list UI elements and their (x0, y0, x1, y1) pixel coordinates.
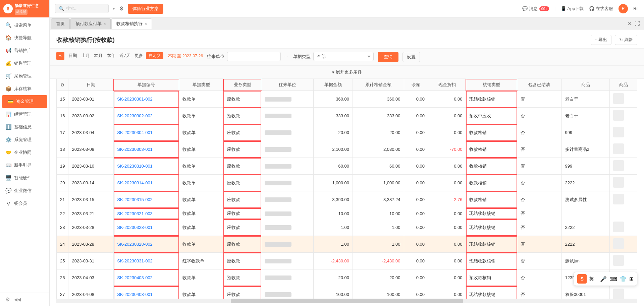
cell-cash-discount: 0.00 (428, 286, 466, 299)
doc-no-link[interactable]: SK-20230314-001 (117, 180, 153, 185)
cell-no: 17 (57, 124, 68, 141)
doc-no-link[interactable]: SK-20230328-001 (117, 225, 153, 230)
float-apps-icon[interactable]: ⊞ (629, 276, 634, 282)
sidebar-item-wechat[interactable]: 💬 企业微信 (0, 184, 49, 197)
cell-include-settled: 否 (517, 175, 562, 191)
table-body: 15 2023-03-01 SK-20230301-002 收款单 应收款 36… (57, 91, 637, 299)
cell-no: 18 (57, 141, 68, 158)
query-button[interactable]: 查询 (378, 52, 398, 62)
cell-amount: 2,100.00 (313, 141, 353, 158)
cell-cumulative: 3,387.24 (353, 191, 404, 208)
cell-partner (261, 269, 314, 286)
online-service-link[interactable]: 🎧 在线客服 (589, 6, 613, 12)
cell-date: 2023-03-15 (68, 191, 114, 208)
doc-no-link[interactable]: SK-20230408-001 (117, 292, 153, 297)
page-header: 收款核销执行(按收款) ↑ 导出 ↻ 刷新 (50, 30, 644, 49)
cell-no: 19 (57, 158, 68, 175)
sidebar-item-system[interactable]: ⚙️ 系统管理 (0, 133, 49, 146)
sogou-icon[interactable]: S (577, 274, 587, 284)
cell-goods2 (610, 124, 637, 141)
cell-doc-no: SK-20230321-003 (114, 208, 179, 219)
filter-toggle-button[interactable]: » (56, 52, 64, 60)
doc-no-link[interactable]: SK-20230301-002 (117, 97, 153, 102)
cell-date: 2023-03-31 (68, 253, 114, 269)
refresh-button[interactable]: ↻ 刷新 (615, 35, 637, 45)
doc-no-link[interactable]: SK-20230308-001 (117, 147, 153, 152)
tab-close-all-button[interactable]: ✕ (628, 20, 632, 27)
app-download-link[interactable]: 📱 App下载 (561, 6, 584, 12)
page-content: 收款核销执行(按收款) ↑ 导出 ↻ 刷新 » 日期 上月 本月 本 (50, 30, 644, 306)
sidebar-item-guide[interactable]: 📖 新手引导 (0, 159, 49, 172)
col-header-amount: 单据金额 (313, 79, 353, 91)
filter-this-year[interactable]: 本年 (105, 52, 117, 59)
tab-home[interactable]: 首页 (51, 18, 70, 29)
cell-include-settled: 否 (517, 208, 562, 219)
sidebar-item-marketing[interactable]: 📢 营销推广 (0, 44, 49, 57)
col-header-settings[interactable]: ⚙ (57, 79, 68, 91)
topbar-dropdown-arrow[interactable]: ▾ (113, 6, 115, 11)
doc-no-link[interactable]: SK-20230331-002 (117, 258, 153, 263)
export-button[interactable]: ↑ 导出 (591, 35, 612, 45)
doc-no-link[interactable]: SK-20230302-002 (117, 113, 153, 118)
tab-receipts[interactable]: 收款核销执行 × (111, 18, 152, 29)
main-table: ⚙ 日期 单据编号 单据类型 业务类型 往来单位 单据金额 累计核销金额 余额 … (56, 79, 637, 299)
cell-date: 2023-04-08 (68, 286, 114, 299)
cell-biz-type: 应收款 (223, 236, 261, 253)
scrollbar-thumb[interactable] (231, 299, 463, 303)
filter-custom-button[interactable]: 自定义 (146, 52, 163, 59)
doc-no-link[interactable]: SK-20230310-001 (117, 164, 153, 169)
sidebar-item-purchase[interactable]: 🛒 采购管理 (0, 70, 49, 82)
cell-goods: 多计量商品2 (561, 141, 610, 158)
cell-goods2 (610, 286, 637, 299)
messages-icon[interactable]: 💬 消息 99+ (522, 6, 549, 12)
filter-expand-button[interactable]: ▾ 展开更多条件 (329, 68, 365, 76)
tab-receipts-close[interactable]: × (145, 22, 147, 26)
sidebar-item-inventory[interactable]: 📦 库存核算 (0, 82, 49, 95)
sidebar-item-shortcut[interactable]: 🏠 快捷导航 (0, 32, 49, 44)
solution-button[interactable]: 体验行业方案 (128, 4, 163, 14)
filter-last-month[interactable]: 上月 (80, 52, 91, 59)
sidebar-item-sales[interactable]: 💰 销售管理 (0, 57, 49, 70)
doc-no-link[interactable]: SK-20230403-002 (117, 275, 153, 280)
doc-no-link[interactable]: SK-20230315-002 (117, 197, 153, 202)
col-header-include-settled: 包含已结清 (517, 79, 562, 91)
filter-this-month[interactable]: 本月 (93, 52, 104, 59)
doc-no-link[interactable]: SK-20230304-001 (117, 130, 153, 135)
tab-prepay-close[interactable]: × (104, 22, 106, 26)
sidebar-item-hardware[interactable]: 🖥️ 智能硬件 (0, 172, 49, 184)
doc-no-link[interactable]: SK-20230321-003 (117, 211, 153, 216)
col-header-cash-discount: 现金折扣 (428, 79, 466, 91)
horizontal-scrollbar[interactable] (56, 299, 637, 303)
sidebar-item-search[interactable]: 🔍 搜索菜单 (0, 19, 49, 32)
filter-settings-button[interactable]: 设置 (402, 52, 420, 62)
sidebar-item-ops[interactable]: 📊 经营管理 (0, 108, 49, 121)
sidebar-settings-icon[interactable]: ⚙ (5, 296, 10, 303)
cell-cash-discount: 0.00 (428, 124, 466, 141)
filter-date-options: 上月 本月 本年 近7天 更多 自定义 (80, 52, 163, 59)
filter-voucher-type-select[interactable]: 全部 收款单 (313, 52, 374, 61)
user-avatar[interactable]: R (619, 4, 628, 13)
cell-cash-discount: 0.00 (428, 236, 466, 253)
table-row: 17 2023-03-04 SK-20230304-001 收款单 应收款 20… (57, 124, 637, 141)
sidebar-item-corp[interactable]: 🤝 企业协同 (0, 146, 49, 159)
float-keyboard-icon[interactable]: ⌨ (609, 276, 617, 282)
sidebar-collapse-icon[interactable]: ◀◀ (14, 297, 21, 302)
float-shirt-icon[interactable]: 👕 (620, 276, 627, 282)
topbar-gear-icon[interactable]: ⚙ (119, 5, 124, 12)
cell-partner (261, 253, 314, 269)
sidebar-item-finance[interactable]: 💳 资金管理 (2, 95, 47, 108)
cell-cumulative: 20.00 (353, 269, 404, 286)
tabs-right-actions: ✕ ⛶ (628, 20, 643, 27)
sidebar-item-base[interactable]: ℹ️ 基础信息 (0, 121, 49, 133)
tab-maximize-button[interactable]: ⛶ (635, 21, 640, 27)
tab-prepay[interactable]: 预付款应付单 × (70, 18, 111, 29)
system-icon: ⚙️ (5, 137, 11, 143)
filter-partner-input[interactable] (227, 52, 281, 61)
cell-no: 22 (57, 208, 68, 219)
doc-no-link[interactable]: SK-20230328-002 (117, 242, 153, 247)
sidebar-item-member[interactable]: V 畅会员 (0, 197, 49, 210)
filter-more[interactable]: 更多 (133, 52, 145, 59)
filter-7days[interactable]: 近7天 (118, 52, 132, 59)
page-header-actions: ↑ 导出 ↻ 刷新 (591, 35, 638, 45)
float-mic-icon[interactable]: 🎤 (600, 276, 607, 282)
